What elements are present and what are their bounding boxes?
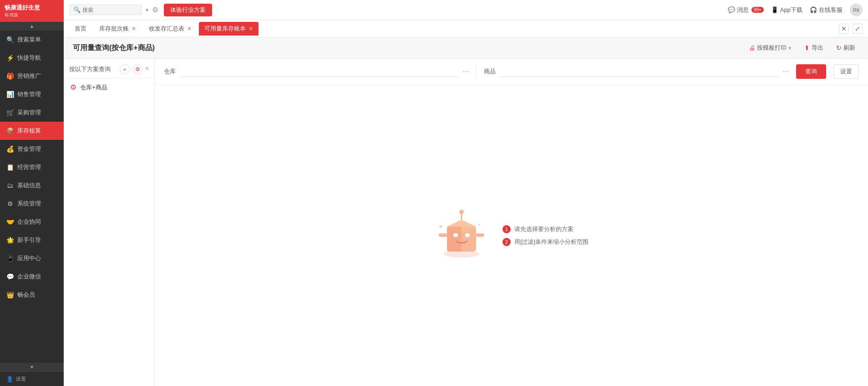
svg-rect-7 (439, 233, 447, 237)
content-area: 按以下方案查询 ＋ ⚙ « ⚙ 仓库+商品 仓库 ··· (64, 59, 868, 386)
print-chevron-icon: ▾ (788, 45, 792, 51)
message-btn[interactable]: 💬 消息 99+ (728, 6, 764, 14)
sidebar-item-enterprise[interactable]: 🤝 企业协同 (0, 213, 64, 231)
tab-home[interactable]: 首页 (69, 22, 92, 36)
sidebar-item-shortcuts[interactable]: ⚡ 快捷导航 (0, 49, 64, 67)
tip-text-2: 用[过滤]条件来缩小分析范围 (514, 238, 589, 246)
print-icon: 🖨 (749, 44, 755, 51)
sidebar-label-system: 系统管理 (17, 200, 41, 208)
sidebar-header: 畅康通好生意 标准版 (0, 0, 64, 22)
sidebar: 畅康通好生意 标准版 ▲ 🔍 搜索菜单 ⚡ 快捷导航 🎁 营销推广 📊 销售管理… (0, 0, 64, 386)
topbar-search-box[interactable]: 🔍 (69, 5, 142, 15)
svg-rect-2 (447, 226, 462, 252)
export-label: 导出 (812, 44, 823, 52)
apps-icon: 📱 (6, 255, 14, 262)
query-btn[interactable]: 查询 (796, 64, 826, 79)
sidebar-item-weixin[interactable]: 💬 企业微信 (0, 268, 64, 286)
app-download-label: App下载 (780, 6, 802, 14)
svg-point-6 (459, 210, 464, 214)
sidebar-item-guide[interactable]: 🌟 新手引导 (0, 231, 64, 249)
tabs-expand-btn[interactable]: ⤢ (853, 24, 863, 34)
sidebar-scroll-down[interactable]: ▼ (0, 363, 64, 371)
product-label: 商品 (484, 67, 496, 76)
product-field: 商品 ··· (484, 66, 789, 77)
inventory-icon: 📦 (6, 127, 14, 134)
sidebar-item-system[interactable]: ⚙ 系统管理 (0, 195, 64, 213)
sidebar-item-inventory[interactable]: 📦 库存核算 (0, 122, 64, 140)
warehouse-field: 仓库 ··· (164, 66, 469, 77)
tab-close-available-inventory[interactable]: ✕ (249, 26, 253, 32)
sidebar-label-vip: 畅会员 (17, 291, 35, 299)
filter-scheme-item[interactable]: ⚙ 仓库+商品 (64, 78, 154, 96)
filter-add-btn[interactable]: ＋ (120, 64, 130, 74)
tab-available-inventory[interactable]: 可用量库存账本 ✕ (199, 22, 259, 36)
message-icon: 💬 (728, 6, 735, 13)
online-service-btn[interactable]: 🎧 在线客服 (810, 6, 843, 14)
filter-collapse-icon[interactable]: « (145, 64, 149, 74)
svg-text:✦: ✦ (438, 223, 443, 230)
tip-number-1: 1 (503, 225, 511, 233)
tab-close-stock-summary[interactable]: ✕ (187, 26, 192, 32)
warehouse-more-btn[interactable]: ··· (463, 67, 469, 76)
inventory-batch-label: 库存批次账 (99, 25, 129, 33)
purchase-icon: 🛒 (6, 109, 14, 116)
sidebar-item-marketing[interactable]: 🎁 营销推广 (0, 67, 64, 85)
settings-btn[interactable]: 设置 (833, 64, 859, 79)
available-inventory-label: 可用量库存账本 (204, 25, 246, 33)
shortcuts-icon: ⚡ (6, 54, 14, 62)
app-download-btn[interactable]: 📱 App下载 (771, 6, 802, 14)
tab-close-inventory-batch[interactable]: ✕ (132, 26, 136, 32)
sidebar-menu: 🔍 搜索菜单 ⚡ 快捷导航 🎁 营销推广 📊 销售管理 🛒 采购管理 📦 库存核… (0, 31, 64, 363)
filter-scheme-icon: ⚙ (70, 83, 76, 92)
finance-icon: 💰 (6, 145, 14, 153)
trial-btn[interactable]: 体验行业方案 (164, 4, 212, 16)
search-input[interactable] (82, 7, 138, 13)
print-btn[interactable]: 🖨 按模板打印 ▾ (745, 42, 795, 54)
tabs-bar: 首页 库存批次账 ✕ 收发存汇总表 ✕ 可用量库存账本 ✕ ✕ ⤢ (64, 20, 868, 37)
sidebar-label-marketing: 营销推广 (17, 72, 41, 80)
product-input[interactable] (499, 66, 779, 77)
topbar-right: 💬 消息 99+ 📱 App下载 🎧 在线客服 Rit (728, 4, 863, 16)
sidebar-item-operations[interactable]: 📋 经营管理 (0, 158, 64, 176)
marketing-icon: 🎁 (6, 72, 14, 80)
sidebar-item-finance[interactable]: 💰 资金管理 (0, 140, 64, 158)
sidebar-item-vip[interactable]: 👑 畅会员 (0, 286, 64, 304)
sidebar-item-purchase[interactable]: 🛒 采购管理 (0, 103, 64, 122)
sidebar-item-apps[interactable]: 📱 应用中心 (0, 249, 64, 268)
brand-name: 畅康通好生意 (5, 4, 59, 12)
sidebar-bottom-label: 设置 (16, 376, 26, 382)
vip-icon: 👑 (6, 291, 14, 299)
system-icon: ⚙ (6, 200, 14, 207)
filter-settings-btn[interactable]: ⚙ (132, 64, 142, 74)
online-service-label: 在线客服 (819, 6, 843, 14)
filter-scheme-label: 仓库+商品 (80, 83, 107, 92)
refresh-btn[interactable]: ↻ 刷新 (832, 42, 859, 54)
product-more-btn[interactable]: ··· (783, 67, 789, 76)
sidebar-label-search: 搜索菜单 (17, 36, 41, 44)
message-label: 消息 (737, 6, 749, 14)
topbar-gear-icon[interactable]: ⚙ (152, 5, 158, 14)
sidebar-label-apps: 应用中心 (17, 254, 41, 262)
tip-text-1: 请先选择要分析的方案 (514, 225, 574, 233)
tab-inventory-batch[interactable]: 库存批次账 ✕ (94, 22, 142, 36)
sidebar-label-enterprise: 企业协同 (17, 218, 41, 226)
sales-icon: 📊 (6, 91, 14, 98)
svg-rect-8 (476, 233, 484, 237)
tabs-close-all-btn[interactable]: ✕ (839, 24, 849, 34)
sidebar-label-sales: 销售管理 (17, 90, 41, 98)
sidebar-label-guide: 新手引导 (17, 236, 41, 244)
sidebar-item-basic[interactable]: 🗂 基础信息 (0, 176, 64, 195)
sidebar-label-purchase: 采购管理 (17, 108, 41, 117)
tab-stock-summary[interactable]: 收发存汇总表 ✕ (143, 22, 197, 36)
sidebar-item-search[interactable]: 🔍 搜索菜单 (0, 31, 64, 49)
sidebar-item-sales[interactable]: 📊 销售管理 (0, 85, 64, 103)
sidebar-scroll-up[interactable]: ▲ (0, 22, 64, 31)
export-btn[interactable]: ⬆ 导出 (801, 42, 827, 54)
print-label: 按模板打印 (757, 44, 787, 52)
svg-text:✦: ✦ (477, 222, 481, 227)
refresh-icon: ↻ (836, 44, 842, 51)
warehouse-input[interactable] (179, 66, 459, 77)
topbar-chevron-icon[interactable]: ▾ (146, 7, 148, 13)
user-avatar[interactable]: Rit (850, 4, 863, 16)
page-header-actions: 🖨 按模板打印 ▾ ⬆ 导出 ↻ 刷新 (745, 42, 859, 54)
